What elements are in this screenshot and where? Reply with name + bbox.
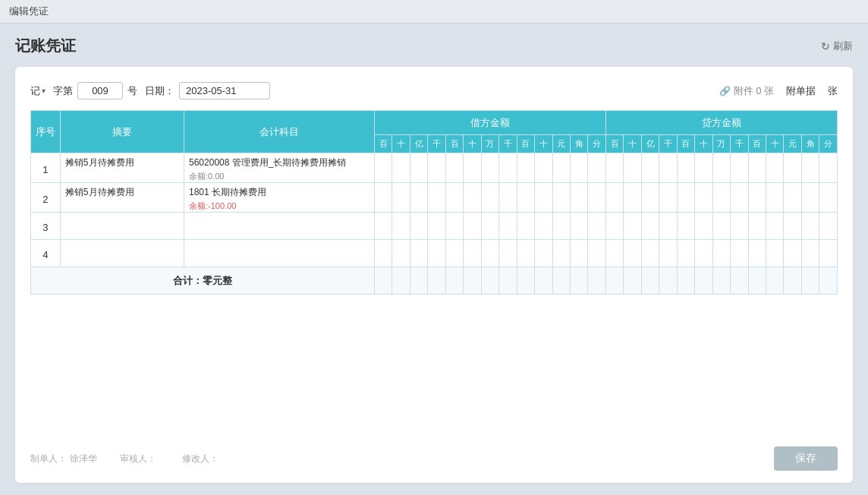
debit-digit-cell[interactable]: [571, 240, 588, 267]
summary-cell[interactable]: 摊销5月待摊费用: [60, 153, 184, 183]
credit-digit-cell[interactable]: [641, 240, 659, 267]
credit-digit-cell[interactable]: [641, 183, 659, 213]
debit-digit-cell[interactable]: [588, 153, 605, 183]
debit-digit-cell[interactable]: [410, 183, 427, 213]
debit-digit-cell[interactable]: [375, 153, 392, 183]
account-cell[interactable]: 1801 长期待摊费用余额:-100.00: [184, 183, 375, 213]
debit-digit-cell[interactable]: [410, 153, 427, 183]
debit-digit-cell[interactable]: [445, 183, 463, 213]
credit-digit-cell[interactable]: [659, 213, 677, 240]
credit-digit-cell[interactable]: [766, 153, 783, 183]
debit-digit-cell[interactable]: [571, 153, 588, 183]
credit-digit-cell[interactable]: [748, 153, 766, 183]
credit-digit-cell[interactable]: [659, 240, 677, 267]
type-dropdown[interactable]: 记 ▾: [30, 84, 46, 98]
debit-digit-cell[interactable]: [464, 240, 481, 267]
credit-digit-cell[interactable]: [641, 213, 659, 240]
debit-digit-cell[interactable]: [535, 183, 552, 213]
credit-digit-cell[interactable]: [624, 213, 641, 240]
debit-digit-cell[interactable]: [552, 240, 570, 267]
credit-digit-cell[interactable]: [819, 153, 838, 183]
credit-digit-cell[interactable]: [731, 153, 748, 183]
debit-digit-cell[interactable]: [481, 240, 498, 267]
credit-digit-cell[interactable]: [748, 213, 766, 240]
refresh-button[interactable]: ↻ 刷新: [821, 39, 853, 53]
credit-digit-cell[interactable]: [731, 183, 748, 213]
debit-digit-cell[interactable]: [535, 213, 552, 240]
debit-digit-cell[interactable]: [428, 213, 445, 240]
debit-digit-cell[interactable]: [481, 153, 498, 183]
number-input[interactable]: [77, 82, 123, 99]
debit-digit-cell[interactable]: [552, 183, 570, 213]
credit-digit-cell[interactable]: [731, 240, 748, 267]
debit-digit-cell[interactable]: [535, 240, 552, 267]
debit-digit-cell[interactable]: [375, 240, 392, 267]
account-cell[interactable]: [184, 240, 375, 267]
credit-digit-cell[interactable]: [766, 240, 783, 267]
debit-digit-cell[interactable]: [410, 240, 427, 267]
debit-digit-cell[interactable]: [517, 183, 534, 213]
debit-digit-cell[interactable]: [571, 213, 588, 240]
debit-digit-cell[interactable]: [552, 213, 570, 240]
debit-digit-cell[interactable]: [499, 183, 517, 213]
credit-digit-cell[interactable]: [801, 183, 819, 213]
credit-digit-cell[interactable]: [605, 153, 623, 183]
credit-digit-cell[interactable]: [801, 213, 819, 240]
credit-digit-cell[interactable]: [712, 183, 730, 213]
credit-digit-cell[interactable]: [712, 213, 730, 240]
debit-digit-cell[interactable]: [392, 213, 410, 240]
credit-digit-cell[interactable]: [731, 213, 748, 240]
credit-digit-cell[interactable]: [784, 183, 801, 213]
debit-digit-cell[interactable]: [552, 153, 570, 183]
debit-digit-cell[interactable]: [428, 240, 445, 267]
summary-cell[interactable]: [60, 213, 184, 240]
debit-digit-cell[interactable]: [410, 213, 427, 240]
credit-digit-cell[interactable]: [712, 240, 730, 267]
credit-digit-cell[interactable]: [695, 213, 712, 240]
debit-digit-cell[interactable]: [445, 153, 463, 183]
debit-digit-cell[interactable]: [392, 153, 410, 183]
credit-digit-cell[interactable]: [784, 240, 801, 267]
credit-digit-cell[interactable]: [801, 153, 819, 183]
debit-digit-cell[interactable]: [571, 183, 588, 213]
attach-link[interactable]: 🔗 附件 0 张: [719, 84, 774, 98]
credit-digit-cell[interactable]: [695, 153, 712, 183]
debit-digit-cell[interactable]: [535, 153, 552, 183]
credit-digit-cell[interactable]: [659, 183, 677, 213]
credit-digit-cell[interactable]: [641, 153, 659, 183]
debit-digit-cell[interactable]: [588, 240, 605, 267]
debit-digit-cell[interactable]: [588, 213, 605, 240]
credit-digit-cell[interactable]: [605, 183, 623, 213]
debit-digit-cell[interactable]: [481, 183, 498, 213]
debit-digit-cell[interactable]: [392, 183, 410, 213]
debit-digit-cell[interactable]: [517, 213, 534, 240]
debit-digit-cell[interactable]: [588, 183, 605, 213]
credit-digit-cell[interactable]: [784, 213, 801, 240]
debit-digit-cell[interactable]: [499, 213, 517, 240]
credit-digit-cell[interactable]: [766, 183, 783, 213]
debit-digit-cell[interactable]: [517, 240, 534, 267]
debit-digit-cell[interactable]: [445, 213, 463, 240]
debit-digit-cell[interactable]: [392, 240, 410, 267]
credit-digit-cell[interactable]: [784, 153, 801, 183]
attach-btn[interactable]: 附单据: [786, 84, 816, 98]
credit-digit-cell[interactable]: [605, 213, 623, 240]
account-cell[interactable]: 56020008 管理费用_长期待摊费用摊销余额:0.00: [184, 153, 375, 183]
credit-digit-cell[interactable]: [605, 240, 623, 267]
credit-digit-cell[interactable]: [819, 240, 838, 267]
debit-digit-cell[interactable]: [464, 213, 481, 240]
credit-digit-cell[interactable]: [677, 213, 694, 240]
debit-digit-cell[interactable]: [375, 213, 392, 240]
summary-cell[interactable]: 摊销5月待摊费用: [60, 183, 184, 213]
debit-digit-cell[interactable]: [445, 240, 463, 267]
account-cell[interactable]: [184, 213, 375, 240]
save-button[interactable]: 保存: [774, 446, 838, 471]
credit-digit-cell[interactable]: [624, 153, 641, 183]
credit-digit-cell[interactable]: [819, 183, 838, 213]
credit-digit-cell[interactable]: [819, 213, 838, 240]
credit-digit-cell[interactable]: [677, 183, 694, 213]
debit-digit-cell[interactable]: [499, 153, 517, 183]
credit-digit-cell[interactable]: [677, 240, 694, 267]
credit-digit-cell[interactable]: [748, 183, 766, 213]
debit-digit-cell[interactable]: [499, 240, 517, 267]
